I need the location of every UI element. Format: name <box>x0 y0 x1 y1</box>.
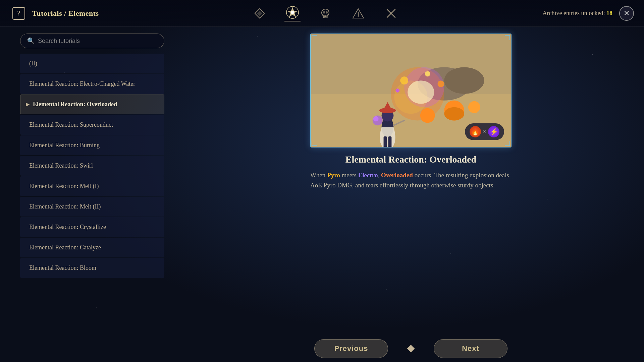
list-item-label: (II) <box>29 60 37 67</box>
list-item-label: Elemental Reaction: Melt (II) <box>29 203 101 210</box>
corner-bl <box>312 141 317 146</box>
breadcrumb: Tutorials / Elements <box>32 9 99 18</box>
svg-point-32 <box>420 108 435 123</box>
archive-label: Archive entries unlocked: 18 <box>543 10 612 17</box>
preview-frame: 🔥 × ⚡ <box>310 34 512 147</box>
list-item[interactable]: Elemental Reaction: Melt (II) <box>20 197 164 217</box>
content-title: Elemental Reaction: Overloaded <box>345 154 476 165</box>
svg-point-14 <box>358 16 359 17</box>
svg-point-25 <box>408 80 434 104</box>
content-panel: 🔥 × ⚡ Elemental Reaction: Overloaded Whe… <box>178 27 644 362</box>
search-input[interactable] <box>38 38 157 45</box>
pyro-text: Pyro <box>327 172 340 179</box>
list-item[interactable]: Elemental Reaction: Electro-Charged Wate… <box>20 74 164 94</box>
svg-point-26 <box>400 76 408 84</box>
svg-marker-3 <box>257 11 262 16</box>
overloaded-text: Overloaded <box>381 172 413 179</box>
nav-icon-diamond[interactable] <box>252 5 268 21</box>
list-item-label: Elemental Reaction: Superconduct <box>29 121 113 128</box>
list-item-label: Elemental Reaction: Catalyze <box>29 244 101 251</box>
list-item-label: Elemental Reaction: Crystallize <box>29 224 106 231</box>
list-item[interactable]: Elemental Reaction: Catalyze <box>20 238 164 257</box>
corner-tr <box>505 35 510 40</box>
nav-icon-sword[interactable] <box>383 5 399 21</box>
list-item-label: Elemental Reaction: Electro-Charged Wate… <box>29 80 135 87</box>
search-box[interactable]: 🔍 <box>20 34 164 48</box>
close-button[interactable]: ✕ <box>619 6 634 21</box>
nav-icon-star[interactable] <box>284 5 301 21</box>
svg-point-5 <box>291 11 294 14</box>
list-item[interactable]: Elemental Reaction: Swirl <box>20 156 164 176</box>
list-item-label: Elemental Reaction: Burning <box>29 142 100 149</box>
logo-icon: ? <box>10 5 28 22</box>
corner-tl <box>312 35 317 40</box>
logo-area: ? Tutorials / Elements <box>0 5 114 22</box>
list-item-label: Elemental Reaction: Overloaded <box>33 101 117 108</box>
svg-point-29 <box>395 88 399 93</box>
list-item[interactable]: Elemental Reaction: Crystallize <box>20 217 164 237</box>
svg-point-7 <box>323 11 325 13</box>
list-item[interactable]: Elemental Reaction: Bloom <box>20 258 164 278</box>
list-item[interactable]: Elemental Reaction: Burning <box>20 135 164 155</box>
svg-point-31 <box>444 107 464 121</box>
tutorial-list[interactable]: (II)Elemental Reaction: Electro-Charged … <box>20 54 174 355</box>
main-area: 🔍 (II)Elemental Reaction: Electro-Charge… <box>0 27 644 362</box>
svg-rect-39 <box>388 136 391 147</box>
svg-text:?: ? <box>17 9 20 17</box>
svg-point-28 <box>425 71 430 76</box>
top-bar: ? Tutorials / Elements <box>0 0 644 27</box>
svg-point-27 <box>437 80 444 87</box>
sidebar: 🔍 (II)Elemental Reaction: Electro-Charge… <box>0 27 178 362</box>
corner-br <box>505 141 510 146</box>
svg-rect-9 <box>323 16 327 18</box>
list-item-label: Elemental Reaction: Melt (I) <box>29 183 99 190</box>
electro-text: Electro <box>358 172 378 179</box>
pyro-icon: 🔥 <box>470 126 481 137</box>
reaction-icons: 🔥 × ⚡ <box>465 123 504 140</box>
content-description: When Pyro meets Electro, Overloaded occu… <box>310 170 512 191</box>
top-right: Archive entries unlocked: 18 ✕ <box>537 6 644 21</box>
archive-count: 18 <box>606 10 612 16</box>
svg-point-8 <box>326 11 328 13</box>
element-separator: × <box>483 129 486 135</box>
list-item[interactable]: Elemental Reaction: Melt (I) <box>20 176 164 196</box>
svg-rect-38 <box>384 136 387 147</box>
nav-icon-skull[interactable] <box>317 5 333 21</box>
nav-icon-warning[interactable] <box>350 5 366 21</box>
svg-point-21 <box>444 67 484 94</box>
search-icon: 🔍 <box>27 37 35 45</box>
selected-arrow-icon: ▶ <box>26 102 30 107</box>
svg-point-33 <box>468 101 480 113</box>
list-item-label: Elemental Reaction: Swirl <box>29 162 93 169</box>
list-item[interactable]: Elemental Reaction: Superconduct <box>20 115 164 135</box>
list-item-label: Elemental Reaction: Bloom <box>29 264 96 272</box>
nav-icons <box>114 5 537 21</box>
electro-icon: ⚡ <box>488 126 499 137</box>
svg-point-17 <box>390 12 392 14</box>
list-item[interactable]: ▶Elemental Reaction: Overloaded <box>20 95 164 114</box>
svg-point-42 <box>373 116 379 121</box>
list-item[interactable]: (II) <box>20 54 164 73</box>
